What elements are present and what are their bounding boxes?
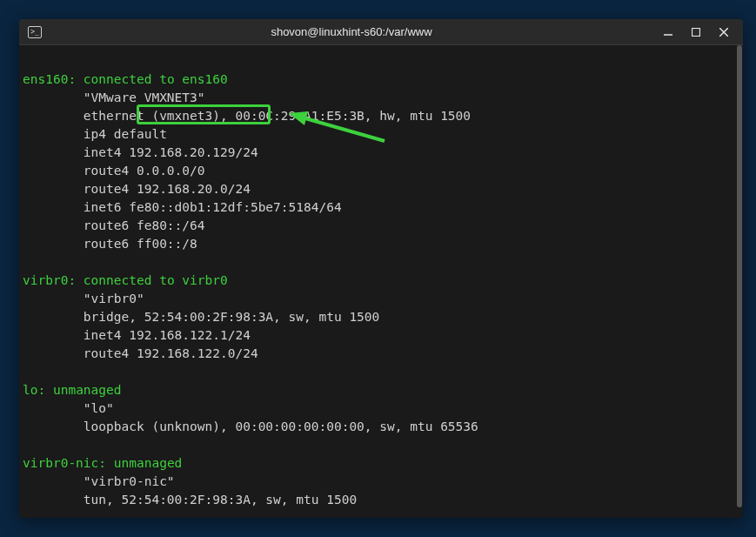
output-line: inet4 192.168.20.129/24	[84, 145, 258, 159]
interface-header: lo: unmanaged	[23, 383, 122, 397]
svg-rect-1	[692, 28, 700, 36]
output-line: loopback (unknown), 00:00:00:00:00:00, s…	[84, 420, 478, 433]
close-button[interactable]	[717, 25, 731, 39]
output-line: bridge, 52:54:00:2F:98:3A, sw, mtu 1500	[84, 310, 379, 324]
output-line: route6 fe80::/64	[84, 218, 205, 232]
titlebar: >_ shovon@linuxhint-s60:/var/www	[19, 19, 743, 45]
output-line: "lo"	[84, 401, 114, 415]
output-line: tun, 52:54:00:2F:98:3A, sw, mtu 1500	[84, 493, 357, 507]
output-line: inet4 192.168.122.1/24	[84, 328, 251, 342]
output-line: ethernet (vmxnet3), 00:0C:29:A1:E5:3B, h…	[84, 109, 471, 123]
terminal-window: >_ shovon@linuxhint-s60:/var/www ens160:…	[19, 19, 743, 518]
output-line: "virbr0-nic"	[84, 474, 175, 488]
scrollbar[interactable]	[737, 45, 742, 517]
interface-header: ens160: connected to ens160	[23, 72, 228, 86]
scrollbar-thumb[interactable]	[737, 45, 742, 507]
maximize-button[interactable]	[689, 25, 703, 39]
output-line: "VMware VMXNET3"	[84, 91, 205, 104]
output-line: ip4 default	[84, 127, 167, 141]
output-line: inet6 fe80::d0b1:12df:5be7:5184/64	[84, 200, 342, 214]
output-line: route4 192.168.122.0/24	[84, 346, 258, 360]
window-controls	[661, 25, 738, 39]
output-line: route4 192.168.20.0/24	[84, 182, 251, 196]
minimize-button[interactable]	[661, 25, 675, 39]
interface-header: virbr0: connected to virbr0	[23, 273, 228, 287]
output-line: route4 0.0.0.0/0	[84, 164, 205, 178]
window-title: shovon@linuxhint-s60:/var/www	[42, 25, 661, 38]
interface-header: virbr0-nic: unmanaged	[23, 456, 182, 470]
terminal-icon: >_	[28, 26, 42, 38]
output-line: route6 ff00::/8	[84, 237, 197, 251]
output-line: "virbr0"	[84, 292, 144, 305]
terminal-content[interactable]: ens160: connected to ens160 "VMware VMXN…	[19, 45, 743, 518]
titlebar-left: >_	[24, 26, 42, 38]
